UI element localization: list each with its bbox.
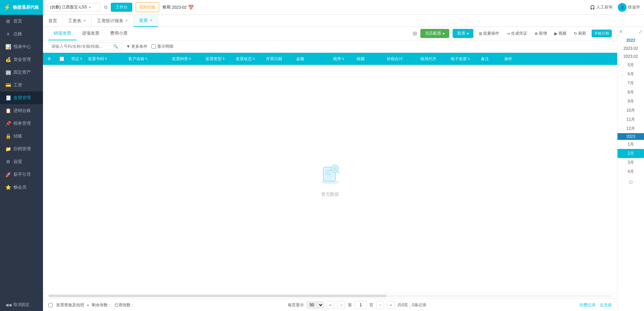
expand-panel-icon[interactable]: ⤢ <box>639 29 643 34</box>
sidebar-item-purchase[interactable]: 📋 进销台账 <box>0 104 43 117</box>
th-amount[interactable]: 金额 <box>293 56 330 62</box>
date-2023-1[interactable]: 1月 <box>617 140 644 149</box>
sidebar-item-assets[interactable]: 🏢 固定资产 <box>0 66 43 79</box>
batch-op-button[interactable]: ⊞ 批量操作 <box>477 29 501 38</box>
subtab-purchase[interactable]: 进项发票 <box>77 27 105 40</box>
date-7[interactable]: 7月 <box>617 79 644 88</box>
workspace-button[interactable]: 工作台 <box>111 3 132 12</box>
prev-page-button[interactable]: ‹ <box>337 301 345 309</box>
sidebar-item-invoices[interactable]: 🧾 发票管理 <box>0 91 43 104</box>
th-cert[interactable]: 凭证 ⇅ <box>68 56 85 62</box>
show-detail-checkbox[interactable]: 显示明细 <box>151 44 173 49</box>
date-2022-02b[interactable]: 2023.02 <box>617 52 644 61</box>
refresh-button[interactable]: ↻ 刷新 <box>572 29 588 38</box>
take-ticket-button[interactable]: 取票 ▾ <box>453 29 473 38</box>
sidebar-item-ledger[interactable]: ≡ 总账 <box>0 28 43 40</box>
th-invoice-no[interactable]: 发票号码 ⇅ <box>85 56 126 62</box>
tab-close-salary-stat[interactable]: ✕ <box>125 19 128 23</box>
sidebar: ⚡ 畅捷通易代账 ⊞ 首页 ≡ 总账 📊 报表中心 💰 资金管理 🏢 固定资产 … <box>0 0 43 311</box>
close-panel-icon[interactable]: ✕ <box>619 29 623 34</box>
sidebar-item-newbie[interactable]: 🚀 新手引导 <box>0 168 43 181</box>
svg-line-7 <box>337 171 339 173</box>
date-8[interactable]: 8月 <box>617 88 644 97</box>
old-version-button[interactable]: 切到旧版 <box>136 2 159 12</box>
logo-icon: ⚡ <box>3 4 11 11</box>
year-2022-header[interactable]: 2022 <box>617 36 644 44</box>
date-2022-02[interactable]: 2023.02 <box>617 44 644 52</box>
tab-close-invoice[interactable]: ✕ <box>150 18 152 22</box>
th-inv-type[interactable]: 发票种类 ⇅ <box>169 56 203 62</box>
th-elec[interactable]: 电子发票 ⇅ <box>448 56 478 62</box>
sidebar-logo: ⚡ 畅捷通易代账 <box>0 0 43 15</box>
company-selector[interactable]: (勿删) 江西股宝-LSS ▾ <box>47 3 101 11</box>
new-button[interactable]: ⊕ 新增 <box>533 29 549 38</box>
sidebar-item-reports[interactable]: 📊 报表中心 <box>0 40 43 53</box>
search-input[interactable] <box>51 44 112 49</box>
date-12[interactable]: 12月 <box>617 124 644 133</box>
date-2023-3[interactable]: 3月 <box>617 158 644 167</box>
inv-cat-sort-icon: ⇅ <box>222 57 225 61</box>
date-2023-2[interactable]: 2月 <box>617 149 644 158</box>
more-conditions-button[interactable]: ▼ 更多条件 <box>126 44 147 49</box>
gen-voucher-button[interactable]: ⇒ 生成凭证 <box>505 29 529 38</box>
sidebar-item-funds[interactable]: 💰 资金管理 <box>0 53 43 66</box>
year-2023-header[interactable]: 2023 <box>617 133 644 140</box>
user-menu[interactable]: 👤 徐溢华 <box>618 3 640 12</box>
subtab-expense[interactable]: 费用小票 <box>105 27 133 40</box>
th-remark[interactable]: 备注 <box>478 56 502 62</box>
next-page-button[interactable]: › <box>376 301 384 309</box>
tab-invoice[interactable]: 发票 ✕ <box>134 15 158 27</box>
th-action[interactable]: 操作 <box>502 56 522 62</box>
sidebar-bottom-pin[interactable]: ◀◀ 取消固定 <box>0 299 43 311</box>
no-match-button[interactable]: 无匹配票 ▾ <box>420 29 449 38</box>
support-link[interactable]: 🎧 人工咨询 <box>590 4 612 10</box>
tab-home[interactable]: 首页 <box>43 15 63 27</box>
date-9[interactable]: 9月 <box>617 97 644 106</box>
period-calendar-icon[interactable]: 📅 <box>188 5 194 10</box>
date-5[interactable]: 5月 <box>617 61 644 70</box>
tab-close-salary-table[interactable]: ✕ <box>83 19 86 23</box>
th-status[interactable]: 发票状态 ⇅ <box>233 56 263 62</box>
last-page-button[interactable]: » <box>387 301 395 309</box>
sidebar-item-tax[interactable]: 📌 税务管理 <box>0 117 43 130</box>
th-settings[interactable]: ⚙ <box>43 56 55 61</box>
subtab-sales[interactable]: 销项发票 <box>48 27 77 40</box>
copy-icon[interactable]: ⧉ <box>104 4 107 10</box>
th-tax[interactable]: 税额 <box>354 56 384 62</box>
recharge-link[interactable]: 去充值 <box>600 302 612 308</box>
date-2023-4[interactable]: 4月 <box>617 167 644 176</box>
th-total[interactable]: 价税合计 <box>384 56 418 62</box>
open-period-button[interactable]: 开账日期 <box>592 30 612 37</box>
video-button[interactable]: ▶ 视频 <box>552 29 568 38</box>
sidebar-item-salary[interactable]: 💳 工资 <box>0 79 43 91</box>
show-detail-check[interactable] <box>151 44 156 49</box>
th-check[interactable] <box>55 56 68 61</box>
tab-salary-stat[interactable]: 工资统计报表 ✕ <box>92 15 134 27</box>
sidebar-item-settings[interactable]: ⚙ 设置 <box>0 155 43 168</box>
deduct-record-link[interactable]: 扣费记录 <box>580 302 596 308</box>
date-6[interactable]: 6月 <box>617 70 644 79</box>
th-tax-rate[interactable]: 税率 ⇅ <box>330 56 354 62</box>
sidebar-item-member[interactable]: ⭐ 畅会员 <box>0 181 43 194</box>
page-input[interactable] <box>355 301 367 309</box>
th-inv-category[interactable]: 发票类型 ⇅ <box>203 56 233 62</box>
sidebar-item-archive[interactable]: 📁 归档管理 <box>0 143 43 155</box>
sidebar-item-home[interactable]: ⊞ 首页 <box>0 15 43 28</box>
tab-salary-table[interactable]: 工资表 ✕ <box>63 15 92 27</box>
per-page-label: 每页显示 <box>288 302 304 308</box>
th-customer[interactable]: 客户名称 ⇅ <box>126 56 169 62</box>
select-all-checkbox[interactable] <box>59 56 64 61</box>
date-10[interactable]: 10月 <box>617 106 644 115</box>
per-page-select[interactable]: 50 100 <box>307 301 324 309</box>
search-box[interactable]: 🔍 <box>48 42 122 50</box>
sidebar-item-closing[interactable]: 🔒 结账 <box>0 130 43 143</box>
th-tax-code[interactable]: 税局代开 <box>418 56 448 62</box>
archive-icon: 📁 <box>5 146 11 152</box>
date-11[interactable]: 11月 <box>617 115 644 124</box>
th-date[interactable]: 开票日期 <box>263 56 293 62</box>
empty-state: 暂无数据 <box>43 65 617 293</box>
first-page-button[interactable]: « <box>326 301 334 309</box>
grid-layout-icon[interactable]: ⊞ <box>413 30 417 37</box>
invoice-check-checkbox[interactable] <box>48 303 53 307</box>
invoices-icon: 🧾 <box>5 95 11 101</box>
